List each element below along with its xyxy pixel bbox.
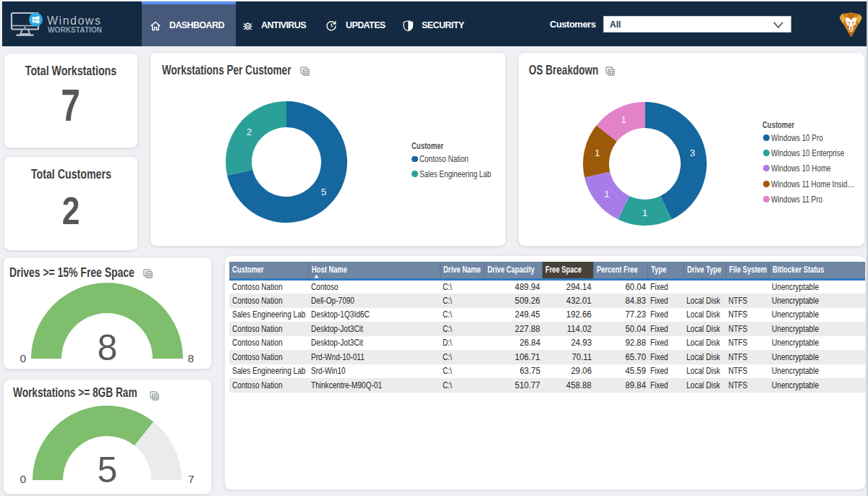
svg-text:3: 3 (690, 147, 696, 158)
svg-text:1: 1 (595, 147, 600, 158)
svg-text:2: 2 (247, 127, 252, 137)
svg-text:1: 1 (642, 208, 648, 218)
svg-text:5: 5 (321, 187, 327, 197)
svg-text:1: 1 (604, 189, 610, 200)
svg-text:1: 1 (621, 114, 626, 125)
